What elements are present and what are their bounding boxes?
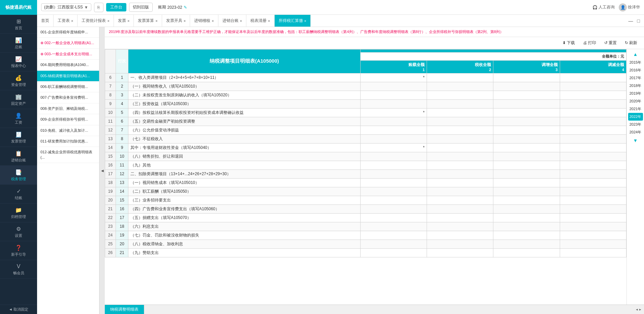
cell-xiangmu[interactable]: （三）投资收益（填写A105030）: [128, 99, 361, 108]
tab-payroll-report[interactable]: 工资统计报表 ×: [78, 15, 114, 27]
sidebar-item-asset[interactable]: 💰 资金管理: [0, 71, 37, 90]
cell-zhangzai[interactable]: [360, 213, 427, 222]
tab-invoice[interactable]: 发票 ×: [114, 15, 134, 27]
cell-tiaozeng[interactable]: [493, 231, 560, 240]
cell-zhangzai[interactable]: [360, 82, 427, 91]
tab-invoice-issue[interactable]: 发票开具 ×: [162, 15, 190, 27]
cell-tiaozeng[interactable]: [493, 99, 560, 108]
cell-shuishou[interactable]: [427, 248, 493, 257]
cell-zhangzai[interactable]: [360, 152, 427, 161]
cell-tiaoijian[interactable]: [560, 161, 626, 169]
cell-xiangmu[interactable]: 一、收入类调整项目（2+3+4+5+6+7+8+10+11）: [128, 73, 361, 82]
cell-tiaoijian[interactable]: [560, 82, 626, 91]
tab-invoice-calc[interactable]: 发票算算 ×: [134, 15, 162, 27]
cell-xiangmu[interactable]: （一）视同销售收入（填写A105010）: [128, 82, 361, 91]
goto-old-button[interactable]: 切到旧版: [129, 3, 153, 12]
cell-xiangmu[interactable]: （六）利息支出: [128, 222, 361, 231]
cell-xiangmu[interactable]: （八）税收滞纳金、加收利息: [128, 240, 361, 248]
sidebar-item-payroll[interactable]: 👤 工资: [0, 109, 37, 128]
cell-tiaozeng[interactable]: [493, 187, 560, 196]
year-nav-up[interactable]: ▲: [628, 51, 643, 58]
cell-tiaozeng[interactable]: [493, 117, 560, 126]
cell-zhangzai[interactable]: [360, 91, 427, 99]
tab-purchase-ledger[interactable]: 进销台账 ×: [218, 15, 246, 27]
cell-tiaozeng[interactable]: [493, 91, 560, 99]
sidebar-item-tax[interactable]: 📑 税务管理: [0, 166, 37, 185]
cell-tiaozeng[interactable]: [493, 205, 560, 213]
cell-shuishou[interactable]: [427, 178, 493, 187]
sidebar-item-settings[interactable]: ⚙ 设置: [0, 222, 37, 241]
cell-zhangzai[interactable]: [360, 187, 427, 196]
cell-zhangzai[interactable]: [360, 161, 427, 169]
cell-tiaozeng[interactable]: [493, 222, 560, 231]
left-panel-item-009[interactable]: 009-企业所得税弥补亏损明...: [37, 114, 99, 125]
year-item[interactable]: 2016年: [628, 66, 643, 74]
cell-zhangzai[interactable]: [360, 99, 427, 108]
cell-tiaoijian[interactable]: [560, 134, 626, 143]
cell-shuishou[interactable]: [427, 231, 493, 240]
left-panel-item-004[interactable]: 004-期间费用明细表(A1040...: [37, 60, 99, 70]
cell-shuishou[interactable]: [427, 196, 493, 205]
left-panel-item-007[interactable]: 007-广告费和业务宣传费明...: [37, 92, 99, 103]
cell-tiaoijian[interactable]: [560, 99, 626, 108]
period-edit-icon[interactable]: ✎: [184, 5, 187, 10]
year-item[interactable]: 2022年: [628, 113, 643, 121]
cell-tiaoijian[interactable]: [560, 117, 626, 126]
year-item[interactable]: 2018年: [628, 82, 643, 90]
left-panel-item-011[interactable]: 011-研发费用加计扣除优惠...: [37, 136, 99, 147]
workbench-button[interactable]: 工作台: [106, 3, 126, 11]
tab-purchase-check[interactable]: 进销稽核 ×: [190, 15, 218, 27]
cell-tiaoijian[interactable]: [560, 108, 626, 117]
cell-tiaozeng[interactable]: [493, 126, 560, 134]
cell-tiaozeng[interactable]: [493, 143, 560, 152]
cell-shuishou[interactable]: [427, 143, 493, 152]
cell-shuishou[interactable]: [427, 126, 493, 134]
tab-tax-summary[interactable]: 税表清册 ×: [246, 15, 274, 27]
cell-zhangzai[interactable]: [360, 231, 427, 240]
cell-xiangmu[interactable]: 二、扣除类调整项目（13+14+...24+26+27+28+29+30）: [128, 169, 361, 178]
cell-xiangmu[interactable]: （三）业务招待要支出: [128, 196, 361, 205]
cell-xiangmu[interactable]: （九）赞助支出: [128, 248, 361, 257]
scroll-left-icon[interactable]: ◂: [636, 307, 638, 312]
cell-tiaozeng[interactable]: [493, 213, 560, 222]
sidebar-item-fixed[interactable]: 🏢 固定资产: [0, 90, 37, 109]
cell-xiangmu[interactable]: （八）销售折扣、折让和退回: [128, 152, 361, 161]
cell-tiaoijian[interactable]: [560, 143, 626, 152]
cell-zhangzai[interactable]: [360, 205, 427, 213]
cell-xiangmu[interactable]: （二）职工薪酬（填写A105050）: [128, 187, 361, 196]
cell-zhangzai[interactable]: [360, 248, 427, 257]
cell-tiaoijian[interactable]: [560, 169, 626, 178]
cell-tiaoijian[interactable]: [560, 248, 626, 257]
cell-shuishou[interactable]: [427, 205, 493, 213]
cell-xiangmu[interactable]: （七）罚金、罚款和被没收财物的损失: [128, 231, 361, 240]
cell-tiaozeng[interactable]: [493, 134, 560, 143]
cell-tiaozeng[interactable]: [493, 178, 560, 187]
cell-tiaoijian[interactable]: [560, 205, 626, 213]
tab-payroll-report-close[interactable]: ×: [107, 19, 109, 23]
cell-shuishou[interactable]: [427, 108, 493, 117]
company-selector[interactable]: (勿删）江西股室-LSS ▼: [41, 3, 91, 11]
cell-xiangmu[interactable]: （四）广告费和业务宣传费支出（填写A105060）: [128, 205, 361, 213]
cell-shuishou[interactable]: [427, 82, 493, 91]
year-nav-down[interactable]: ▼: [628, 137, 643, 144]
cell-zhangzai[interactable]: [360, 196, 427, 205]
left-panel-item-003[interactable]: ⊗ 003-一般企业成本支出明细...: [37, 49, 99, 60]
cell-zhangzai[interactable]: [360, 178, 427, 187]
cell-xiangmu[interactable]: （九）其他: [128, 161, 361, 169]
year-item[interactable]: 2020年: [628, 97, 643, 105]
tab-income-tax[interactable]: 所得税汇算缴 ×: [275, 15, 311, 27]
cell-tiaozeng[interactable]: [493, 108, 560, 117]
left-panel-item-012[interactable]: 012-减免企业所得税优惠明细表(...: [37, 147, 99, 163]
cell-xiangmu[interactable]: （五）交易性金融资产初始投资调整: [128, 117, 361, 126]
left-panel-item-006[interactable]: 006-职工薪酬纳税调整明细...: [37, 82, 99, 92]
cell-shuishou[interactable]: [427, 73, 493, 82]
cell-tiaoijian[interactable]: [560, 178, 626, 187]
cell-shuishou[interactable]: [427, 187, 493, 196]
cell-tiaoijian[interactable]: [560, 73, 626, 82]
left-panel-item-008[interactable]: 008-资产折旧、摊销及纳税...: [37, 103, 99, 114]
scroll-right-icon[interactable]: ▸: [639, 307, 641, 312]
copy-icon-btn[interactable]: ⎘: [94, 3, 103, 12]
cell-tiaoijian[interactable]: [560, 231, 626, 240]
cell-tiaozeng[interactable]: [493, 152, 560, 161]
tab-invoice-issue-close[interactable]: ×: [184, 19, 186, 23]
